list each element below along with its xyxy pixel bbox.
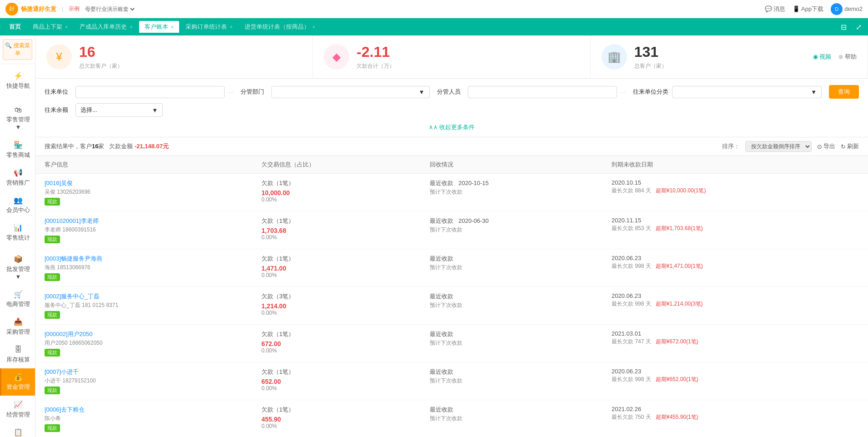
customer-name-link[interactable]: [0007]小进千: [45, 368, 243, 376]
topbar-right: 💬 消息 📱 App下载 D demo2: [765, 3, 863, 15]
table-header-row: 客户信息 欠交易信息（占比） 回收情况 到期未收款日期: [35, 156, 868, 174]
message-btn[interactable]: 💬 消息: [765, 5, 786, 13]
recover-cell: 最近收款 预计下次收款: [421, 287, 602, 325]
filter-area: 往来单位 ··· 分管部门 ▼ 分管人员 ··· 往来: [35, 79, 868, 137]
sidebar-item-retail-mgmt[interactable]: 🛍 零售管理 ▼: [0, 101, 35, 136]
video-link[interactable]: ◉ 视频: [813, 53, 832, 61]
overdue-link[interactable]: 超期¥672.00(1笔): [656, 338, 698, 345]
recover-label: 最近收款: [430, 292, 593, 301]
filter-select-category[interactable]: ▼: [672, 86, 822, 98]
overdue-link[interactable]: 超期¥652.00(1笔): [656, 376, 698, 382]
overdue-link[interactable]: 超期¥10,000.00(1笔): [656, 187, 706, 194]
filter-select-balance-value: 选择...: [80, 106, 97, 114]
sidebar-item-marketing[interactable]: 📢 营销推广: [0, 164, 35, 191]
avatar: D: [831, 3, 843, 15]
customer-tag: 现款: [45, 236, 60, 243]
refresh-btn[interactable]: ↻ 刷新: [841, 142, 859, 151]
customer-name-link[interactable]: [0016]吴俊: [45, 179, 243, 187]
search-button[interactable]: 查询: [829, 85, 859, 99]
debt-info-cell: 欠款（3笔） 1,214.00 0.00%: [252, 287, 421, 325]
filter-select-dept[interactable]: ▼: [271, 86, 429, 98]
tab-purchase-stats-by-product[interactable]: 进货单统计表（按商品） ×: [239, 21, 321, 33]
debt-amount[interactable]: 10,000.00: [261, 189, 412, 196]
sort-select[interactable]: 按欠款金额倒序排序: [745, 141, 812, 152]
overdue-link[interactable]: 超期¥1,214.00(3笔): [656, 301, 703, 307]
next-collect-label: 预计下次收款: [430, 188, 593, 196]
logo-area: 好 畅捷通好生意: [5, 3, 56, 15]
tab-customer-account[interactable]: 客户账本 ×: [139, 21, 179, 33]
sidebar-item-member[interactable]: 👥 会员中心: [0, 191, 35, 219]
sidebar-item-label: 零售商城: [6, 151, 30, 159]
customer-name-link[interactable]: [0001020001]李老师: [45, 217, 243, 225]
sidebar-item-biz[interactable]: 📈 经营管理: [0, 396, 35, 423]
content-area: ¥ 16 总欠款客户（家） ◆ -2.11 欠款合计（万） 🏢 131 总客户（…: [35, 35, 868, 437]
close-icon[interactable]: ×: [171, 24, 174, 30]
sidebar-item-inventory[interactable]: 🗄 库存核算: [0, 341, 35, 368]
collapse-label: 收起更多条件: [439, 124, 475, 131]
app-download-btn[interactable]: 📱 App下载: [793, 5, 823, 13]
debt-amount[interactable]: 652.00: [261, 378, 412, 385]
filter-select-balance[interactable]: 选择... ▼: [75, 103, 163, 117]
sidebar-item-label: 快捷导航: [6, 82, 30, 90]
topbar: 好 畅捷通好生意 | 示例 母婴行业演示账套 💬 消息 📱 App下载 D de…: [0, 0, 868, 18]
sidebar-item-retail-mall[interactable]: 🏪 零售商城: [0, 136, 35, 164]
collapse-nav-btn[interactable]: ⊟: [838, 22, 849, 32]
close-icon[interactable]: ×: [130, 24, 132, 30]
due-info: 最长欠款 853 天 超期¥1,703.68(1笔): [612, 225, 859, 232]
tab-home[interactable]: 首页: [4, 21, 26, 33]
table-actions: 排序： 按欠款金额倒序排序 ⊙ 导出 ↻ 刷新: [722, 141, 859, 152]
help-link[interactable]: ⊙ 帮助: [838, 53, 857, 61]
sidebar-item-purchase[interactable]: 📥 采购管理: [0, 313, 35, 341]
debt-amount[interactable]: 1,703.68: [261, 227, 412, 234]
recover-label: 最近收款 2020-06-30: [430, 217, 593, 225]
next-collect-label: 预计下次收款: [430, 415, 593, 422]
sidebar-item-quicknav[interactable]: ⚡ 快捷导航: [0, 67, 35, 95]
user-avatar[interactable]: D demo2: [831, 3, 863, 15]
sidebar-item-basic[interactable]: 📋 基础信息: [0, 423, 35, 437]
sidebar-search-btn[interactable]: 🔍 搜索菜单: [3, 39, 32, 60]
subtitle-text: 示例: [69, 5, 80, 13]
chevron-down-icon2: ▼: [811, 89, 817, 95]
collapse-row[interactable]: ∧∧ 收起更多条件: [45, 121, 859, 133]
debt-amount[interactable]: 672.00: [261, 340, 412, 347]
customer-name-link[interactable]: [0002]服务中心_丁磊: [45, 292, 243, 301]
sidebar-item-ecom[interactable]: 🛒 电商管理: [0, 286, 35, 313]
filter-item-person: 分管人员 ···: [437, 86, 626, 98]
debt-count: 欠款（3笔）: [261, 292, 412, 301]
customer-info-cell: [0001020001]李老师 李老师 18600391516 现款: [35, 211, 252, 249]
filter-row-1: 往来单位 ··· 分管部门 ▼ 分管人员 ··· 往来: [45, 85, 859, 99]
due-info: 最长欠款 884 天 超期¥10,000.00(1笔): [612, 187, 859, 195]
sidebar-item-retail-stat[interactable]: 📊 零售统计: [0, 219, 35, 246]
debt-amount[interactable]: 1,214.00: [261, 302, 412, 310]
store-select[interactable]: 母婴行业演示账套: [83, 5, 136, 13]
filter-dots-unit[interactable]: ···: [228, 89, 233, 95]
ecom-icon: 🛒: [14, 290, 23, 300]
tab-production-history[interactable]: 产成品入库单历史 ×: [74, 21, 138, 33]
stat-info-debt-total: -2.11 欠款合计（万）: [356, 44, 395, 70]
customer-name-link[interactable]: [0003]畅捷服务尹海燕: [45, 255, 243, 263]
expand-nav-btn[interactable]: ⤢: [853, 22, 864, 32]
close-icon[interactable]: ×: [312, 24, 315, 30]
stat-value-debt-total: -2.11: [356, 44, 395, 60]
debt-amount[interactable]: 1,471.00: [261, 265, 412, 272]
overdue-link[interactable]: 超期¥1,703.68(1笔): [656, 225, 703, 231]
table-row: [000002]用户2050 用户2050 18665062050 现款 欠款（…: [35, 325, 868, 362]
customer-contact: 海燕 18513066976: [45, 264, 243, 271]
tab-product-listing[interactable]: 商品上下架 ×: [27, 21, 73, 33]
sidebar-item-finance[interactable]: 💰 资金管理: [0, 368, 35, 396]
close-icon[interactable]: ×: [230, 24, 232, 30]
debt-amount[interactable]: 455.90: [261, 416, 412, 423]
sidebar-item-batch-mgmt[interactable]: 📦 批发管理 ▼: [0, 250, 35, 286]
customer-name-link[interactable]: [000002]用户2050: [45, 330, 243, 338]
overdue-link[interactable]: 超期¥455.90(1笔): [656, 414, 698, 420]
filter-label-balance: 往来余额: [45, 106, 72, 114]
tab-purchase-order-stats[interactable]: 采购订单统计表 ×: [180, 21, 238, 33]
filter-dots-person[interactable]: ···: [621, 89, 626, 95]
close-icon[interactable]: ×: [65, 24, 68, 30]
due-info: 最长欠款 750 天 超期¥455.90(1笔): [612, 413, 859, 421]
customer-name-link[interactable]: [0006]去下粮仓: [45, 406, 243, 414]
filter-input-unit[interactable]: [75, 86, 225, 98]
overdue-link[interactable]: 超期¥1,471.00(1笔): [656, 263, 703, 269]
export-btn[interactable]: ⊙ 导出: [817, 142, 835, 151]
filter-input-person[interactable]: [468, 86, 617, 98]
